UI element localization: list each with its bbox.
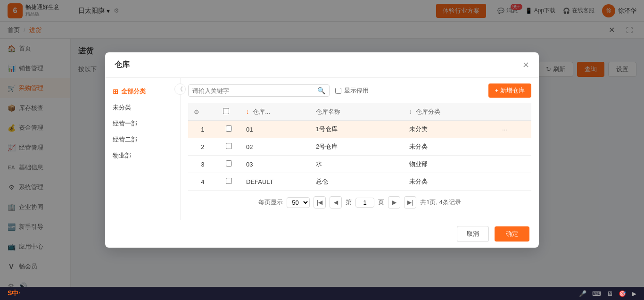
cat-item-label: 全部分类 [121, 87, 146, 96]
modal-header: 仓库 ✕ [105, 52, 539, 78]
row-checkbox[interactable] [226, 160, 232, 167]
table-header-row: ⚙ ↕ 仓库... 仓库名称 [188, 103, 531, 121]
show-disabled-text: 显示停用 [344, 86, 369, 95]
row-num: 1 [188, 121, 217, 138]
cat-item-label: 经营一部 [113, 119, 137, 128]
row-actions[interactable]: ··· [496, 121, 531, 138]
row-category: 未分类 [404, 138, 496, 156]
table-container: ⚙ ↕ 仓库... 仓库名称 [188, 103, 531, 191]
modal-close-btn[interactable]: ✕ [522, 61, 529, 69]
table-row[interactable]: 2 02 2号仓库 未分类 [188, 138, 531, 156]
modal-body: 《 ⊞ 全部分类 未分类 经营一部 经营二部 物业部 [105, 78, 539, 220]
row-code: 02 [240, 138, 310, 156]
row-checkbox[interactable] [226, 125, 232, 132]
table-area: 🔍 显示停用 + 新增仓库 ⚙ [181, 78, 539, 220]
row-num: 2 [188, 138, 217, 156]
settings-col-icon: ⚙ [194, 108, 199, 116]
row-category: 物业部 [404, 156, 496, 173]
modal-title: 仓库 [115, 60, 130, 70]
monitor-icon[interactable]: 🖥 [607, 290, 613, 297]
row-name: 水 [310, 156, 403, 173]
category-sidebar: 《 ⊞ 全部分类 未分类 经营一部 经营二部 物业部 [105, 78, 181, 220]
row-check[interactable] [217, 121, 240, 138]
table-row[interactable]: 1 01 1号仓库 未分类 ··· [188, 121, 531, 138]
row-category: 未分类 [404, 121, 496, 138]
select-all-checkbox[interactable] [223, 108, 229, 114]
cat-item-dept2[interactable]: 经营二部 [105, 132, 180, 148]
th-settings: ⚙ [188, 103, 217, 121]
pagination-bar: 每页显示 50 |◀ ◀ 第 页 ▶ ▶| 共1页, 4条记录 [188, 191, 531, 214]
row-actions[interactable] [496, 173, 531, 191]
modal-overlay: 仓库 ✕ 《 ⊞ 全部分类 未分类 经营一部 经营二部 [0, 0, 644, 300]
modal-footer: 取消 确定 [105, 220, 539, 248]
last-page-btn[interactable]: ▶| [404, 196, 416, 208]
status-bar: S中· 🎤 ⌨ 🖥 🎯 ▶ [0, 287, 644, 300]
confirm-btn[interactable]: 确定 [495, 226, 529, 242]
row-num: 4 [188, 173, 217, 191]
table-toolbar: 🔍 显示停用 + 新增仓库 [188, 83, 531, 98]
table-row[interactable]: 3 03 水 物业部 [188, 156, 531, 173]
search-box[interactable]: 🔍 [188, 84, 330, 97]
row-checkbox[interactable] [226, 143, 232, 149]
cat-item-unclassified[interactable]: 未分类 [105, 100, 180, 116]
search-icon[interactable]: 🔍 [317, 87, 325, 94]
cat-item-label: 物业部 [113, 151, 131, 160]
row-actions[interactable] [496, 156, 531, 173]
cancel-btn[interactable]: 取消 [457, 226, 489, 242]
first-page-btn[interactable]: |◀ [314, 196, 326, 208]
th-category: ↕ 仓库分类 [404, 103, 496, 121]
show-disabled-label[interactable]: 显示停用 [335, 86, 369, 95]
table-row[interactable]: 4 DEFAULT 总仓 未分类 [188, 173, 531, 191]
th-code[interactable]: ↕ 仓库... [240, 103, 310, 121]
row-code: 01 [240, 121, 310, 138]
row-check[interactable] [217, 173, 240, 191]
target-icon[interactable]: 🎯 [619, 290, 626, 297]
table-head: ⚙ ↕ 仓库... 仓库名称 [188, 103, 531, 121]
page-label: 页 [378, 198, 384, 207]
grid-icon: ⊞ [113, 88, 118, 95]
next-page-btn[interactable]: ▶ [388, 196, 400, 208]
warehouse-modal: 仓库 ✕ 《 ⊞ 全部分类 未分类 经营一部 经营二部 [105, 52, 539, 248]
row-name: 1号仓库 [310, 121, 403, 138]
page-prefix: 第 [346, 198, 352, 207]
th-actions [496, 103, 531, 121]
cat-item-property[interactable]: 物业部 [105, 148, 180, 164]
row-name: 总仓 [310, 173, 403, 191]
row-category: 未分类 [404, 173, 496, 191]
per-page-label: 每页显示 [258, 198, 283, 207]
row-check[interactable] [217, 156, 240, 173]
row-check[interactable] [217, 138, 240, 156]
cat-item-dept1[interactable]: 经营一部 [105, 116, 180, 132]
page-info: 共1页, 4条记录 [420, 198, 461, 207]
play-icon[interactable]: ▶ [632, 290, 636, 297]
per-page-select[interactable]: 50 [287, 197, 310, 208]
table-body: 1 01 1号仓库 未分类 ··· 2 02 2 [188, 121, 531, 191]
show-disabled-checkbox[interactable] [335, 88, 341, 94]
cat-item-all[interactable]: ⊞ 全部分类 [105, 83, 180, 100]
row-actions[interactable] [496, 138, 531, 156]
warehouse-table: ⚙ ↕ 仓库... 仓库名称 [188, 103, 531, 191]
sort-cat-icon: ↕ [409, 108, 413, 115]
sort-icon: ↕ [246, 108, 249, 115]
row-code: DEFAULT [240, 173, 310, 191]
row-code: 03 [240, 156, 310, 173]
row-checkbox[interactable] [226, 178, 232, 184]
status-logo: S中· [8, 289, 20, 298]
prev-page-btn[interactable]: ◀ [330, 196, 342, 208]
th-name: 仓库名称 [310, 103, 403, 121]
page-number-input[interactable] [355, 198, 374, 208]
add-warehouse-btn[interactable]: + 新增仓库 [488, 83, 531, 98]
th-checkbox [217, 103, 240, 121]
row-name: 2号仓库 [310, 138, 403, 156]
cat-item-label: 未分类 [113, 103, 131, 112]
row-num: 3 [188, 156, 217, 173]
search-input[interactable] [192, 87, 314, 94]
mic-icon[interactable]: 🎤 [579, 290, 586, 297]
cat-item-label: 经营二部 [113, 135, 137, 144]
keyboard-icon[interactable]: ⌨ [592, 290, 601, 297]
collapse-sidebar-btn[interactable]: 《 [174, 83, 186, 95]
